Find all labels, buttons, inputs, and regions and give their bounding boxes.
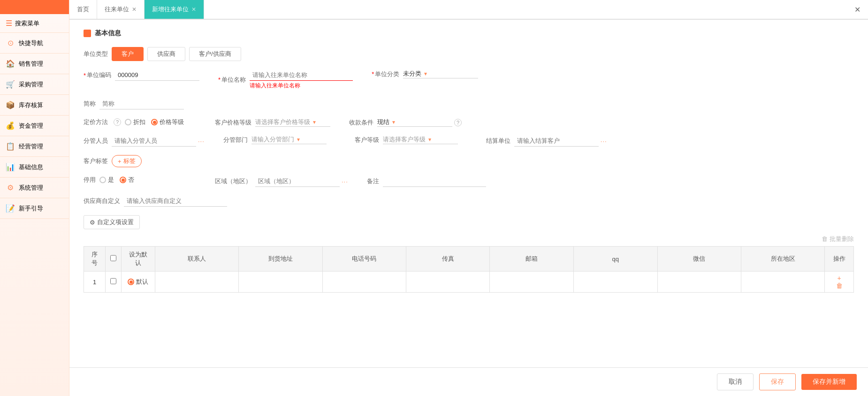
tab-partner-list-close[interactable]: ✕ <box>132 6 137 13</box>
sidebar-item-sales[interactable]: 🏠 销售管理 <box>0 54 69 74</box>
quick-nav-icon: ⊙ <box>6 39 15 47</box>
phone-input[interactable] <box>327 279 401 286</box>
unit-category-select[interactable]: 未分类 ▾ <box>403 70 478 78</box>
inventory-icon: 📦 <box>6 101 15 109</box>
disabled-no-option[interactable]: 否 <box>120 176 134 184</box>
manager-input[interactable] <box>112 135 196 147</box>
disabled-no-dot <box>122 179 125 182</box>
add-tag-button[interactable]: + 标签 <box>112 155 142 167</box>
payment-terms-tooltip-icon[interactable]: ? <box>454 119 462 126</box>
close-all-button[interactable]: ✕ <box>847 5 868 14</box>
pricing-level-option[interactable]: 价格等级 <box>151 118 184 126</box>
settlement-more-btn[interactable]: ··· <box>601 138 607 145</box>
pricing-discount-option[interactable]: 折扣 <box>125 118 145 126</box>
table-row: 1 默认 <box>84 272 854 293</box>
customer-level-select[interactable]: 请选择客户等级 ▾ <box>383 135 458 144</box>
pricing-label: 定价方法 <box>84 118 108 126</box>
remark-group: 备注 <box>367 176 486 187</box>
type-btn-customer[interactable]: 客户 <box>112 47 144 61</box>
disabled-no-label: 否 <box>128 176 134 184</box>
pricing-level-dot <box>153 121 156 124</box>
save-and-new-button[interactable]: 保存并新增 <box>801 374 857 390</box>
unit-name-error: 请输入往来单位名称 <box>250 82 353 90</box>
disabled-radio-group: 是 否 <box>99 176 134 184</box>
short-name-group: 简称 <box>84 98 196 109</box>
sidebar-item-operations[interactable]: 📋 经营管理 <box>0 136 69 157</box>
remark-label: 备注 <box>367 177 379 186</box>
unit-name-input[interactable] <box>250 70 353 81</box>
disabled-yes-option[interactable]: 是 <box>99 176 114 184</box>
price-level-label: 客户价格等级 <box>215 118 251 127</box>
email-input[interactable] <box>495 279 568 286</box>
short-name-label: 简称 <box>84 100 96 108</box>
price-level-select[interactable]: 请选择客户价格等级 ▾ <box>255 118 330 127</box>
contact-input[interactable] <box>160 279 234 286</box>
sidebar-item-search[interactable]: ☰ 搜索菜单 <box>0 14 69 33</box>
settlement-input[interactable] <box>514 135 599 147</box>
sidebar-item-label: 库存核算 <box>19 101 43 109</box>
cell-contact <box>155 272 238 293</box>
select-all-checkbox[interactable] <box>110 255 116 261</box>
default-label: 默认 <box>136 278 148 286</box>
form-row-unit-type: 单位类型 客户 供应商 客户/供应商 <box>84 47 854 61</box>
batch-delete-label[interactable]: 批量删除 <box>830 235 854 242</box>
remark-input[interactable] <box>383 176 486 187</box>
form-row-pricing: 定价方法 ? 折扣 价格等级 客户价格等级 <box>84 118 854 127</box>
qq-input[interactable] <box>579 279 653 286</box>
th-action: 操作 <box>825 247 854 272</box>
tab-new-partner[interactable]: 新增往来单位 ✕ <box>145 0 204 19</box>
add-row-button[interactable]: + <box>838 274 841 282</box>
sidebar-item-basic-info[interactable]: 📊 基础信息 <box>0 157 69 178</box>
save-button[interactable]: 保存 <box>759 373 796 390</box>
pricing-group: 定价方法 ? 折扣 价格等级 <box>84 118 196 126</box>
cell-fax <box>406 272 490 293</box>
sales-icon: 🏠 <box>6 59 15 68</box>
sidebar-search-label: 搜索菜单 <box>15 19 39 28</box>
th-wechat: 微信 <box>657 247 741 272</box>
add-tag-label: 标签 <box>123 157 136 165</box>
tab-new-partner-label: 新增往来单位 <box>152 5 189 14</box>
supplier-custom-input[interactable] <box>124 195 227 207</box>
region-label: 区域（地区） <box>215 177 251 186</box>
sidebar-item-guide[interactable]: 📝 新手引导 <box>0 198 69 219</box>
unit-code-input[interactable] <box>115 70 199 81</box>
payment-terms-value: 现结 <box>377 118 389 126</box>
default-radio-item[interactable]: 默认 <box>126 278 150 286</box>
region-cell-input[interactable] <box>746 279 820 286</box>
sidebar-item-finance[interactable]: 💰 资金管理 <box>0 116 69 136</box>
price-level-group: 客户价格等级 请选择客户价格等级 ▾ <box>215 118 330 127</box>
sidebar-item-purchase[interactable]: 🛒 采购管理 <box>0 74 69 95</box>
region-input[interactable] <box>255 176 340 187</box>
sidebar-item-quick-nav[interactable]: ⊙ 快捷导航 <box>0 33 69 54</box>
settlement-group: 结算单位 ··· <box>486 135 607 147</box>
price-level-value: 请选择客户价格等级 <box>255 118 310 126</box>
sidebar-item-system[interactable]: ⚙ 系统管理 <box>0 178 69 198</box>
address-input[interactable] <box>244 279 317 286</box>
payment-terms-select[interactable]: 现结 ▾ <box>377 118 452 127</box>
region-more-btn[interactable]: ··· <box>342 178 348 185</box>
unit-code-label: 单位编码 <box>87 71 111 79</box>
tab-new-partner-close[interactable]: ✕ <box>191 6 196 13</box>
fax-input[interactable] <box>411 279 485 286</box>
guide-icon: 📝 <box>6 204 15 213</box>
pricing-tooltip-icon[interactable]: ? <box>114 118 121 126</box>
payment-terms-label: 收款条件 <box>349 118 373 127</box>
tab-partner-list[interactable]: 往来单位 ✕ <box>97 0 145 19</box>
tab-home[interactable]: 首页 <box>69 0 97 19</box>
short-name-input[interactable] <box>99 98 184 109</box>
cancel-button[interactable]: 取消 <box>717 373 754 390</box>
manager-more-btn[interactable]: ··· <box>198 138 205 145</box>
pricing-level-radio <box>151 119 158 125</box>
type-btn-both[interactable]: 客户/供应商 <box>189 47 241 61</box>
payment-terms-group: 收款条件 现结 ▾ ? <box>349 118 462 127</box>
system-icon: ⚙ <box>6 183 15 192</box>
row-checkbox[interactable] <box>110 278 116 284</box>
dept-select[interactable]: 请输入分管部门 ▾ <box>251 135 327 144</box>
wechat-input[interactable] <box>662 279 736 286</box>
sidebar-item-inventory[interactable]: 📦 库存核算 <box>0 95 69 116</box>
type-btn-supplier[interactable]: 供应商 <box>147 47 185 61</box>
custom-settings-button[interactable]: ⚙ 自定义项设置 <box>84 215 140 229</box>
pricing-level-label: 价格等级 <box>160 118 184 126</box>
unit-type-label: 单位类型 <box>84 50 108 58</box>
delete-row-button[interactable]: 🗑 <box>836 282 843 289</box>
